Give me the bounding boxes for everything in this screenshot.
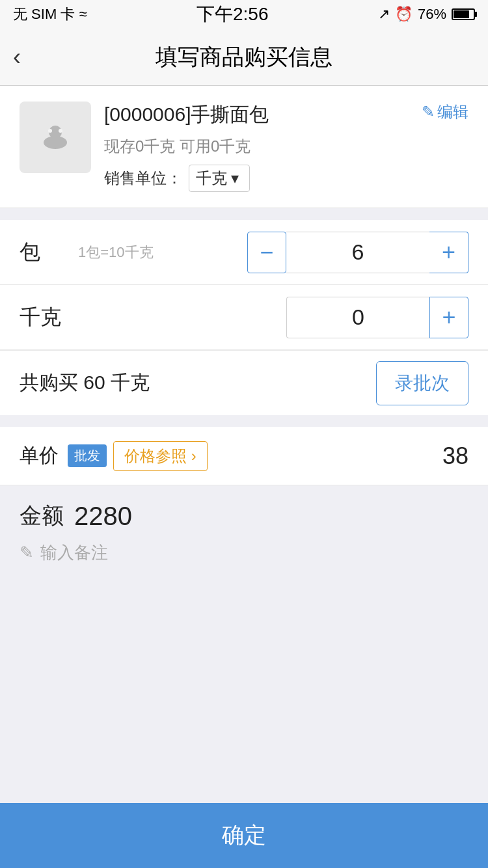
amount-value: 2280 [74, 502, 132, 531]
divider-1 [0, 208, 488, 220]
price-reference-button[interactable]: 价格参照 › [113, 441, 208, 471]
remark-row[interactable]: ✎ 输入备注 [20, 541, 468, 564]
product-placeholder-icon [36, 118, 75, 157]
summary-row: 共购买 60 千克 录批次 [0, 350, 488, 415]
product-info: [0000006]手撕面包 ✎ 编辑 现存0千克 可用0千克 销售单位： 千克 … [104, 102, 468, 192]
status-battery-text: 76% [418, 6, 446, 23]
pencil-icon: ✎ [20, 543, 34, 563]
price-batch-tag: 批发 [68, 444, 107, 467]
bag-input-row: 包 1包=10千克 − + [0, 220, 488, 285]
unit-select[interactable]: 千克 ▾ [189, 165, 250, 192]
status-time: 下午2:56 [197, 2, 269, 27]
amount-row: 金额 2280 [20, 501, 468, 531]
bag-increment-button[interactable]: + [429, 232, 468, 273]
bag-quantity-input[interactable] [286, 232, 429, 273]
bag-hint: 1包=10千克 [78, 243, 247, 262]
confirm-button[interactable]: 确定 [0, 803, 488, 868]
summary-text: 共购买 60 千克 [20, 370, 150, 396]
unit-value: 千克 [196, 168, 227, 189]
kg-label: 千克 [20, 303, 72, 332]
kg-quantity-control: + [286, 297, 468, 338]
kg-input-row: 千克 + [0, 285, 488, 350]
price-value: 38 [442, 442, 468, 470]
battery-icon [452, 8, 475, 20]
input-section: 包 1包=10千克 − + 千克 + 共购买 60 千克 录批次 [0, 220, 488, 415]
back-button[interactable]: ‹ [13, 44, 21, 71]
edit-icon: ✎ [422, 103, 435, 121]
divider-2 [0, 415, 488, 427]
price-label: 单价 [20, 442, 59, 469]
svg-point-2 [48, 129, 52, 133]
price-row: 单价 批发 价格参照 › 38 [0, 427, 488, 485]
remark-placeholder: 输入备注 [40, 541, 108, 564]
empty-space [0, 575, 488, 835]
status-alarm-icon: ⏰ [395, 6, 413, 23]
svg-point-1 [44, 136, 67, 149]
status-location-icon: ↗ [378, 6, 390, 23]
product-name: [0000006]手撕面包 [104, 102, 269, 128]
status-bar: 无 SIM 卡 ≈ 下午2:56 ↗ ⏰ 76% [0, 0, 488, 29]
bag-decrement-button[interactable]: − [247, 232, 286, 273]
status-right: ↗ ⏰ 76% [378, 6, 475, 23]
status-signal: 无 SIM 卡 ≈ [13, 5, 87, 24]
bag-label: 包 [20, 238, 72, 267]
batch-button[interactable]: 录批次 [376, 361, 468, 405]
unit-label: 销售单位： [104, 168, 182, 189]
bag-quantity-control: − + [247, 232, 468, 273]
amount-section: 金额 2280 ✎ 输入备注 [0, 485, 488, 575]
price-section: 单价 批发 价格参照 › 38 [0, 427, 488, 485]
product-stock: 现存0千克 可用0千克 [104, 136, 468, 157]
nav-bar: ‹ 填写商品购买信息 [0, 29, 488, 86]
product-card: [0000006]手撕面包 ✎ 编辑 现存0千克 可用0千克 销售单位： 千克 … [0, 86, 488, 208]
svg-point-3 [59, 129, 62, 133]
chevron-down-icon: ▾ [231, 169, 239, 187]
edit-label: 编辑 [437, 102, 468, 122]
edit-button[interactable]: ✎ 编辑 [422, 102, 468, 122]
kg-quantity-input[interactable] [286, 297, 429, 338]
page-title: 填写商品购买信息 [156, 42, 332, 72]
kg-increment-button[interactable]: + [429, 297, 468, 338]
product-image [20, 102, 91, 173]
amount-label: 金额 [20, 501, 64, 531]
product-unit-row: 销售单位： 千克 ▾ [104, 165, 468, 192]
